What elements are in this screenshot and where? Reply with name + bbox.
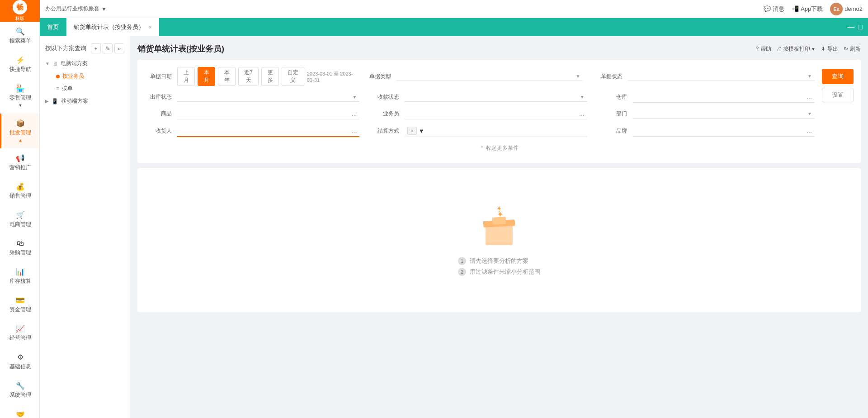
settings-btn[interactable]: 设置 (822, 88, 854, 102)
tab-minimize-btn[interactable]: — (847, 23, 854, 31)
brand-label: 品牌 (600, 127, 627, 135)
settle-arrow: ▼ (419, 128, 425, 134)
tab-home-label: 首页 (47, 23, 59, 31)
user-profile[interactable]: Ea demo2 (830, 3, 863, 15)
sidebar-item-search[interactable]: 🔍 搜索菜单 (0, 22, 39, 50)
sidebar-item-label: 库存核算 (1, 277, 39, 285)
date-btn-more[interactable]: 更多 (261, 67, 279, 86)
collapse-label: 收起更多条件 (486, 144, 519, 152)
sidebar-item-stock[interactable]: 📊 库存核算 (0, 262, 39, 290)
filter-row-4: 收货人 ... 结算方式 × ▼ 品牌 (145, 125, 815, 137)
sidebar-item-operation[interactable]: 📈 经营管理 (0, 319, 39, 347)
add-scheme-btn[interactable]: + (91, 43, 101, 53)
collapse-panel-btn[interactable]: « (114, 43, 124, 53)
sidebar-item-label: 搜索菜单 (1, 37, 39, 45)
date-btn-7days[interactable]: 近7天 (238, 67, 259, 86)
print-dropdown-arrow: ▼ (811, 47, 816, 52)
order-icon: ≡ (56, 86, 59, 92)
tree-item-order[interactable]: ≡ 按单 (52, 82, 130, 95)
refresh-btn[interactable]: ↻ 刷新 (844, 45, 861, 53)
help-link[interactable]: ? 帮助 (755, 45, 771, 53)
tab-sales-stats[interactable]: 销货单统计表（按业务员） × (66, 18, 159, 36)
breadcrumb-text: 办公用品行业模拟账套 (45, 5, 99, 13)
warehouse-dots[interactable]: ... (807, 93, 812, 100)
export-btn[interactable]: ⬇ 导出 (821, 45, 838, 53)
mobile-scheme-label: 移动端方案 (61, 97, 88, 105)
export-label: 导出 (827, 45, 838, 53)
wholesale-icon: 📦 (1, 119, 39, 128)
salesman-scheme-label: 按业务员 (62, 72, 84, 80)
out-status-select[interactable]: ▼ (177, 93, 359, 102)
edit-icon: ✎ (105, 45, 110, 52)
tree-mobile-schemes[interactable]: ▶ 📱 移动端方案 (40, 95, 130, 108)
filter-panel: 单据日期 上月 本月 本年 近7天 更多 自定义 2023-03-01 至 20… (137, 60, 861, 163)
dept-select[interactable]: ▼ (632, 109, 815, 119)
recv-status-select[interactable]: ▼ (405, 93, 587, 102)
sidebar-logo[interactable]: 畅 标版 (0, 0, 40, 22)
tree-desktop-schemes[interactable]: ▼ 🖥 电脑端方案 (40, 57, 130, 70)
tree-item-salesman[interactable]: 按业务员 (52, 70, 130, 82)
sidebar-item-label: 资金管理 (1, 306, 39, 314)
sidebar-item-quick[interactable]: ⚡ 快捷导航 (0, 50, 39, 79)
date-btn-custom[interactable]: 自定义 (282, 67, 304, 86)
purchase-icon: 🛍 (1, 239, 39, 247)
collapse-btn[interactable]: ⌃ 收起更多条件 (480, 141, 519, 156)
sidebar-item-system[interactable]: 🔧 系统管理 (0, 376, 39, 404)
expand-icon: ▲ (19, 138, 23, 142)
tree-sub-desktop: 按业务员 ≡ 按单 (40, 70, 130, 95)
date-btn-last-month[interactable]: 上月 (177, 67, 195, 86)
date-btn-this-year[interactable]: 本年 (218, 67, 236, 86)
svg-text:✦: ✦ (497, 210, 504, 219)
hint-num-1: 1 (458, 257, 466, 265)
tab-home[interactable]: 首页 (40, 18, 66, 36)
consignee-dots[interactable]: ... (352, 127, 357, 134)
doc-type-select[interactable]: ▼ (396, 72, 583, 81)
left-panel-actions: + ✎ « (91, 43, 124, 53)
tab-close-btn[interactable]: × (149, 24, 151, 30)
salesman-dots[interactable]: ... (579, 110, 585, 117)
sidebar-item-retail[interactable]: 🏪 零售管理 ▼ (0, 79, 39, 114)
left-panel-header: 按以下方案查询 + ✎ « (40, 40, 130, 57)
edit-scheme-btn[interactable]: ✎ (103, 43, 113, 53)
goods-label: 商品 (145, 110, 172, 118)
sidebar-item-label: 经营管理 (1, 334, 39, 342)
query-btn[interactable]: 查询 (822, 69, 854, 84)
settle-tag-close[interactable]: × (410, 128, 413, 133)
sidebar-item-enterprise[interactable]: 🤝 企业协同 (0, 404, 39, 418)
collapse-chevron: ⌃ (480, 145, 484, 152)
print-btn[interactable]: 🖨 按模板打印 ▼ (777, 45, 816, 53)
hint-num-2: 2 (458, 268, 466, 276)
download-icon: 📲 (792, 5, 799, 12)
export-icon: ⬇ (821, 46, 826, 52)
message-btn[interactable]: 💬 消息 (764, 5, 784, 13)
sidebar-item-basic[interactable]: ⚙ 基础信息 (0, 347, 39, 376)
tab-maximize-btn[interactable]: □ (858, 23, 863, 31)
goods-dots[interactable]: ... (352, 110, 357, 117)
empty-hints: 1 请先选择要分析的方案 2 用过滤条件来缩小分析范围 (458, 257, 540, 276)
empty-hint-2: 2 用过滤条件来缩小分析范围 (458, 268, 540, 276)
date-btn-this-month[interactable]: 本月 (198, 67, 215, 86)
sidebar-item-label: 采购管理 (1, 249, 39, 256)
sidebar-item-wholesale[interactable]: 📦 批发管理 ▲ (0, 114, 39, 148)
sidebar-item-label: 电商管理 (1, 221, 39, 228)
logo-icon: 畅 (13, 0, 27, 14)
sidebar-item-finance[interactable]: 💳 资金管理 (0, 290, 39, 319)
sidebar-item-ecommerce[interactable]: 🛒 电商管理 (0, 205, 39, 234)
settle-label: 结算方式 (372, 127, 399, 135)
app-download-btn[interactable]: 📲 App下载 (792, 5, 823, 13)
out-status-arrow: ▼ (352, 95, 357, 100)
sidebar-item-sales[interactable]: 💰 销售管理 (0, 177, 39, 205)
sidebar-item-marketing[interactable]: 📢 营销推广 (0, 148, 39, 177)
brand-dots[interactable]: ... (807, 127, 812, 134)
breadcrumb-arrow: ▼ (101, 6, 107, 12)
topbar-right: 💬 消息 📲 App下载 Ea demo2 (764, 3, 863, 15)
sidebar-item-purchase[interactable]: 🛍 采购管理 (0, 234, 39, 262)
order-scheme-label: 按单 (62, 85, 73, 92)
empty-icon: ✦ (476, 204, 522, 250)
doc-status-label: 单据状态 (595, 73, 623, 81)
app-download-label: App下载 (801, 5, 823, 13)
expand-icon: ▼ (19, 103, 23, 108)
tree-desktop-label: 电脑端方案 (61, 60, 88, 67)
doc-status-select[interactable]: ▼ (628, 72, 815, 81)
tabbar: 首页 销货单统计表（按业务员） × — □ (40, 18, 868, 36)
